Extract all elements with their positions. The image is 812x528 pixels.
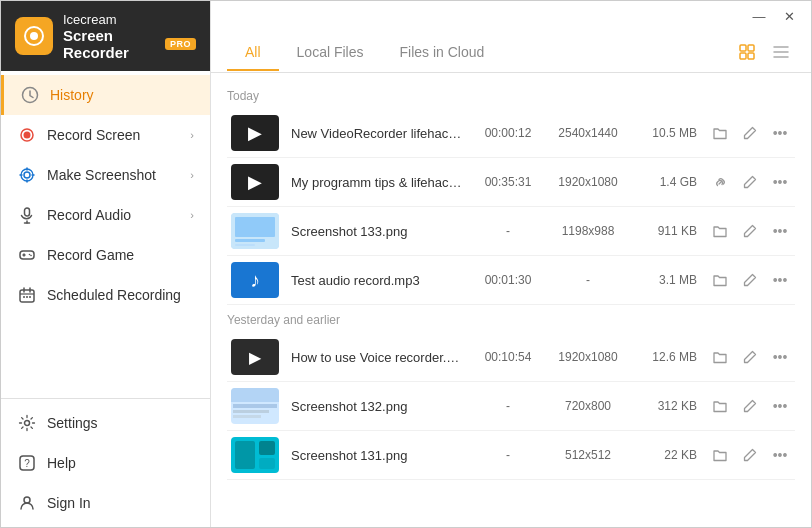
file-name: Screenshot 133.png [291,224,467,239]
file-resolution: 1920x1080 [549,350,627,364]
table-row[interactable]: Screenshot 133.png - 1198x988 911 KB ••• [227,207,795,256]
edit-button[interactable] [739,395,761,417]
file-actions: ••• [709,444,791,466]
tab-files-in-cloud[interactable]: Files in Cloud [381,34,502,70]
edit-button[interactable] [739,269,761,291]
svg-rect-39 [233,404,277,408]
more-button[interactable]: ••• [769,220,791,242]
table-row[interactable]: ▶ New VideoRecorder lifehacks.mp4 00:00:… [227,109,795,158]
file-resolution: 720x800 [549,399,627,413]
svg-rect-34 [235,217,275,237]
open-folder-button[interactable] [709,395,731,417]
svg-rect-44 [259,441,275,455]
table-row[interactable]: Screenshot 131.png - 512x512 22 KB ••• [227,431,795,480]
file-size: 12.6 MB [639,350,697,364]
svg-point-13 [29,254,31,256]
file-actions: ••• [709,395,791,417]
minimize-button[interactable]: — [745,5,773,27]
file-name: Screenshot 132.png [291,399,467,414]
svg-rect-29 [748,53,754,59]
svg-text:?: ? [24,458,30,469]
more-button[interactable]: ••• [769,395,791,417]
file-thumbnail [231,388,279,424]
tab-all[interactable]: All [227,34,279,70]
sidebar-bottom: Settings ? Help Sign In [1,398,210,527]
grid-view-button[interactable] [733,38,761,66]
open-folder-button[interactable] [709,269,731,291]
table-row[interactable]: Screenshot 132.png - 720x800 312 KB ••• [227,382,795,431]
sidebar-item-history[interactable]: History [1,75,210,115]
table-row[interactable]: ♪ Test audio record.mp3 00:01:30 - 3.1 M… [227,256,795,305]
calendar-icon [17,285,37,305]
list-view-button[interactable] [767,38,795,66]
table-row[interactable]: ▶ My programm tips & lifehacks.mp4 00:35… [227,158,795,207]
sidebar-item-help-label: Help [47,455,76,471]
sidebar-item-help[interactable]: ? Help [1,443,210,483]
section-yesterday-label: Yesterday and earlier [227,305,795,333]
app-title-main: Screen Recorder [63,27,159,61]
open-folder-button[interactable] [709,444,731,466]
sidebar-item-scheduled[interactable]: Scheduled Recording [1,275,210,315]
more-button[interactable]: ••• [769,269,791,291]
svg-rect-35 [235,239,265,242]
view-icons [733,38,795,66]
edit-button[interactable] [739,220,761,242]
sidebar-item-record-game-label: Record Game [47,247,134,263]
edit-button[interactable] [739,444,761,466]
more-button[interactable]: ••• [769,122,791,144]
sidebar-item-record-screen-label: Record Screen [47,127,140,143]
main-content: — ✕ All Local Files Files in Cloud [211,1,811,527]
table-row[interactable]: ▶ How to use Voice recorder.mp4 00:10:54… [227,333,795,382]
history-icon [20,85,40,105]
open-folder-button[interactable] [709,122,731,144]
open-folder-button[interactable] [709,220,731,242]
sidebar-item-history-label: History [50,87,94,103]
file-name: Screenshot 131.png [291,448,467,463]
link-button[interactable] [709,171,731,193]
file-name: New VideoRecorder lifehacks.mp4 [291,126,467,141]
tab-local-files[interactable]: Local Files [279,34,382,70]
app-title-bottom: Screen Recorder PRO [63,27,196,61]
file-actions: ••• [709,346,791,368]
svg-rect-36 [235,244,255,246]
files-area: Today ▶ New VideoRecorder lifehacks.mp4 … [211,73,811,527]
screenshot-chevron: › [190,169,194,181]
svg-rect-40 [233,410,269,413]
file-size: 3.1 MB [639,273,697,287]
sidebar-item-record-audio[interactable]: Record Audio › [1,195,210,235]
file-duration: 00:01:30 [479,273,537,287]
svg-rect-7 [25,208,30,216]
sidebar-item-make-screenshot[interactable]: Make Screenshot › [1,155,210,195]
open-folder-button[interactable] [709,346,731,368]
audio-chevron: › [190,209,194,221]
more-button[interactable]: ••• [769,444,791,466]
close-button[interactable]: ✕ [775,5,803,27]
more-button[interactable]: ••• [769,171,791,193]
edit-button[interactable] [739,346,761,368]
sidebar-header: Icecream Screen Recorder PRO [1,1,210,71]
sidebar-item-record-screen[interactable]: Record Screen › [1,115,210,155]
file-resolution: 2540x1440 [549,126,627,140]
file-thumbnail [231,213,279,249]
sidebar-item-settings[interactable]: Settings [1,403,210,443]
svg-point-22 [25,421,30,426]
file-name: My programm tips & lifehacks.mp4 [291,175,467,190]
svg-point-5 [24,172,30,178]
sidebar-item-sign-in[interactable]: Sign In [1,483,210,523]
edit-button[interactable] [739,122,761,144]
svg-point-1 [30,32,38,40]
sidebar-nav: History Record Screen › Make Scre [1,71,210,398]
sidebar-item-record-game[interactable]: Record Game [1,235,210,275]
file-thumbnail: ▶ [231,339,279,375]
file-thumbnail: ♪ [231,262,279,298]
svg-rect-27 [748,45,754,51]
more-button[interactable]: ••• [769,346,791,368]
file-thumbnail [231,437,279,473]
app-title-top: Icecream [63,12,196,27]
record-screen-chevron: › [190,129,194,141]
section-today-label: Today [227,81,795,109]
svg-point-4 [24,132,31,139]
edit-button[interactable] [739,171,761,193]
file-thumbnail: ▶ [231,164,279,200]
svg-point-25 [24,497,30,503]
